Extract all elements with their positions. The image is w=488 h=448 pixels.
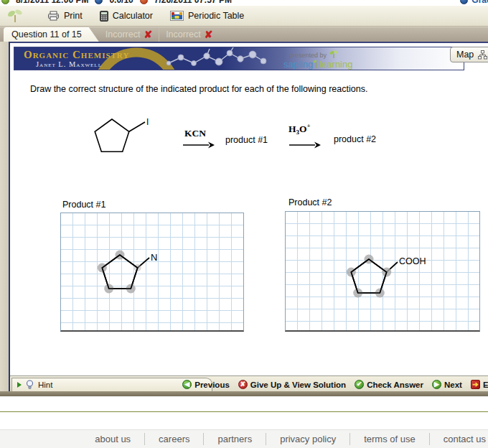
course-banner: Organic Chemistry Janet L. Maxwell prese… [14,47,464,70]
answer-toolbar: Hint ◀ Previous ✘ Give Up & View Solutio… [10,375,488,391]
calculator-label: Calculator [113,11,153,21]
periodic-table-label: Periodic Table [188,11,244,21]
check-answer-label: Check Answer [367,381,423,389]
tab-incorrect-1[interactable]: Incorrect ✘ [99,27,159,42]
hint-label: Hint [38,381,52,389]
print-icon [47,11,60,21]
status-score-icon [95,0,103,4]
exit-button[interactable]: ➔ Exit [471,380,488,389]
question-panel: Organic Chemistry Janet L. Maxwell prese… [9,42,488,391]
calculator-button[interactable]: Calculator [100,11,153,22]
calculator-icon [100,11,108,22]
product1-scheme-label: product #1 [225,135,268,145]
map-sitemap-icon [478,50,487,60]
question-prompt: Draw the correct structure of the indica… [30,84,367,94]
reagent-h3o: H3O+ [288,122,311,136]
footer-link-careers[interactable]: careers [145,430,203,448]
product2-group-label: COOH [399,256,426,266]
status-due-icon [140,0,148,4]
incorrect-x-icon: ✘ [144,29,152,39]
iodide-label: I [146,117,149,127]
tab-incorrect-label: Incorrect [166,29,201,39]
status-score: 0.0/10 [109,0,133,5]
h3o-h: H [288,123,296,134]
product2-drawing-canvas[interactable]: COOH [285,211,480,332]
footer-link-partners[interactable]: partners [204,430,266,448]
give-up-button[interactable]: ✘ Give Up & View Solution [238,380,346,389]
next-label: Next [444,381,462,389]
reactant-structure: I [89,115,168,162]
give-up-icon: ✘ [238,380,248,389]
status-bar: 8/1/2011 12:00 PM 0.0/10 7/26/2011 07:57… [0,0,488,6]
print-label: Print [64,11,83,21]
map-button[interactable]: Map [450,47,488,62]
tab-incorrect-2[interactable]: Incorrect ✘ [159,27,219,42]
brand-leaf-icon [313,59,319,69]
h3o-sup: + [307,122,311,129]
presented-by-label: presented by [289,52,327,59]
periodic-table-icon [170,11,184,21]
map-button-label: Map [456,50,474,60]
exit-icon: ➔ [471,380,480,389]
product1-title: Product #1 [62,200,105,210]
product1-group-label: N [151,252,157,263]
nav-buttons: ◀ Previous ✘ Give Up & View Solution ✔ C… [182,380,488,389]
course-author: Janet L. Maxwell [36,61,129,69]
next-icon: ▶ [432,380,441,389]
print-button[interactable]: Print [47,11,83,21]
presented-by-block: presented by sapling learni [283,50,352,70]
product2-title: Product #2 [288,197,332,207]
footer-link-contact[interactable]: contact us [430,430,488,448]
grade-link[interactable]: Grade [460,0,488,5]
give-up-label: Give Up & View Solution [250,381,346,389]
tab-question-11[interactable]: Question 11 of 15 [4,27,99,42]
status-green-icon [1,0,9,4]
status-open-date: 8/1/2011 12:00 PM [16,0,88,5]
footer-link-terms[interactable]: terms of use [350,430,429,448]
product2-structure[interactable]: COOH [286,212,481,332]
check-answer-button[interactable]: ✔ Check Answer [355,380,423,389]
tab-question-label: Question 11 of 15 [11,29,82,39]
product1-drawing-canvas[interactable]: N [60,213,244,332]
previous-icon: ◀ [182,380,192,389]
sapling-leaf-icon [329,50,339,59]
previous-label: Previous [194,381,230,389]
lightbulb-icon [26,380,34,390]
brand-sapling: sapling [283,59,313,70]
product1-structure[interactable]: N [61,213,245,332]
banner-titles: Organic Chemistry Janet L. Maxwell [24,49,129,68]
status-due-date: 7/26/2011 07:57 PM [154,0,232,5]
check-answer-icon: ✔ [355,380,364,389]
reaction-arrow-1 [183,141,215,149]
applet-frame: Organic Chemistry Janet L. Maxwell prese… [0,42,488,396]
footer-divider [0,411,488,412]
incorrect-x-icon: ✘ [205,29,213,39]
tab-incorrect-label: Incorrect [105,29,141,39]
next-button[interactable]: ▶ Next [432,380,462,389]
toolbar: Print Calculator [0,6,488,27]
footer-links: about us careers partners privacy policy… [81,430,488,448]
previous-button[interactable]: ◀ Previous [182,380,230,389]
hint-expand-icon [17,382,22,388]
product2-scheme-label: product #2 [334,134,376,144]
exit-label: Exit [483,381,488,389]
question-tab-bar: Question 11 of 15 Incorrect ✘ Incorrect … [0,27,488,42]
page: 8/1/2011 12:00 PM 0.0/10 7/26/2011 07:57… [0,0,488,448]
footer-link-about[interactable]: about us [81,430,144,448]
course-title: Organic Chemistry [24,49,129,61]
sapling-logo-icon [6,7,24,24]
periodic-table-button[interactable]: Periodic Table [170,11,244,21]
footer-link-privacy[interactable]: privacy policy [266,430,349,448]
site-footer: about us careers partners privacy policy… [0,429,488,448]
reagent-kcn: KCN [184,128,206,139]
grade-label: Grade [471,0,488,5]
brand-learning: learning [319,59,352,70]
reaction-arrow-2 [289,141,321,149]
grade-icon [460,0,468,4]
h3o-o: O [299,123,307,134]
